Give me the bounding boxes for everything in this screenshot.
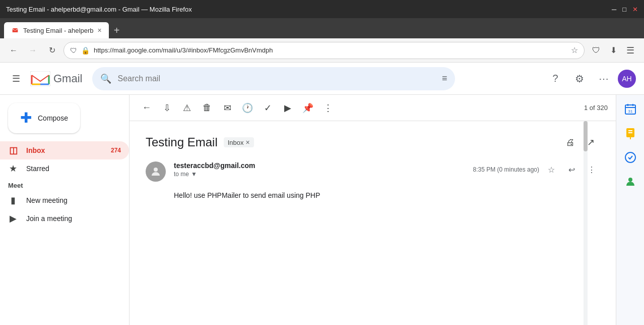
inbox-label: Inbox <box>26 146 45 154</box>
svg-point-2 <box>154 168 158 172</box>
compose-label: Compose <box>38 114 68 122</box>
email-content: Testing Email Inbox × 🖨 ↗ <box>130 121 616 325</box>
downloads-btn[interactable]: ⬇ <box>606 43 621 58</box>
reply-btn[interactable]: ↩ <box>563 161 579 178</box>
move-to-btn[interactable]: ▶ <box>279 99 297 117</box>
join-meeting-label: Join a meeting <box>26 214 72 223</box>
email-subject-line: Testing Email Inbox × 🖨 ↗ <box>146 133 600 151</box>
expand-recipients-icon[interactable]: ▼ <box>191 171 197 178</box>
gmail-header: ☰ Gmail 🔍 ≡ ? ⚙ ⋯ AH <box>0 63 644 95</box>
lock-icon: 🔒 <box>81 46 90 55</box>
snooze-btn[interactable]: 🕐 <box>238 99 256 117</box>
gmail-logo: Gmail <box>30 71 82 86</box>
browser-titlebar: Testing Email - ahelperbd@gmail.com - Gm… <box>0 0 644 18</box>
email-count: 1 of 320 <box>584 104 608 112</box>
back-btn[interactable]: ← <box>6 43 21 58</box>
new-meeting-label: New meeting <box>26 196 68 204</box>
inbox-badge: 274 <box>111 147 121 154</box>
sidebar-item-join-meeting[interactable]: ▶ Join a meeting <box>0 209 129 228</box>
user-avatar[interactable]: AH <box>618 70 636 88</box>
gmail-m-logo <box>30 71 50 86</box>
calendar-app-btn[interactable]: 31 <box>620 99 640 119</box>
reload-btn[interactable]: ↻ <box>44 43 59 58</box>
sidebar-item-new-meeting[interactable]: ▮ New meeting <box>0 191 129 209</box>
url-text: https://mail.google.com/mail/u/3/#inbox/… <box>94 46 567 54</box>
help-btn[interactable]: ? <box>545 69 565 89</box>
apps-btn[interactable]: ⋯ <box>594 69 614 89</box>
email-time: 8:35 PM (0 minutes ago) <box>473 166 539 173</box>
meet-section: Meet <box>0 178 129 191</box>
gmail-tab-icon <box>11 26 19 34</box>
calendar-icon: 31 <box>624 103 636 115</box>
spam-btn[interactable]: ⚠ <box>178 99 196 117</box>
active-tab[interactable]: Testing Email - ahelperb × <box>4 22 109 38</box>
forward-btn[interactable]: → <box>25 43 40 58</box>
address-bar[interactable]: 🛡 🔒 https://mail.google.com/mail/u/3/#in… <box>63 42 585 59</box>
gmail-body: ✚ Compose ◫ Inbox 274 ★ Starred Meet ▮ N… <box>0 95 644 325</box>
scrollbar-thumb[interactable] <box>584 121 588 151</box>
delete-btn[interactable]: 🗑 <box>198 99 216 117</box>
person-icon <box>150 166 162 178</box>
inbox-tag-label: Inbox <box>228 139 244 146</box>
inbox-icon: ◫ <box>8 145 18 156</box>
sidebar-item-starred[interactable]: ★ Starred <box>0 159 129 178</box>
video-icon: ▮ <box>8 195 18 206</box>
keep-app-btn[interactable] <box>620 123 640 143</box>
archive-btn[interactable]: ⇩ <box>158 99 176 117</box>
maximize-btn[interactable]: □ <box>622 6 626 13</box>
done-btn[interactable]: ✓ <box>259 99 277 117</box>
contacts-icon <box>624 176 636 188</box>
sender-avatar <box>146 161 166 182</box>
star-email-btn[interactable]: ☆ <box>543 161 559 178</box>
gmail-brand-text: Gmail <box>53 72 82 85</box>
search-bar[interactable]: 🔍 ≡ <box>92 67 455 90</box>
svg-point-13 <box>628 178 632 182</box>
keyboard-icon: ▶ <box>8 213 18 224</box>
email-meta: testeraccbd@gmail.com to me ▼ 8:35 PM (0… <box>146 161 600 182</box>
inbox-tag-remove[interactable]: × <box>246 138 250 146</box>
label-btn[interactable]: 📌 <box>299 99 317 117</box>
compose-plus-icon: ✚ <box>20 111 32 125</box>
print-btn[interactable]: 🖨 <box>561 133 579 151</box>
to-label: to me <box>174 171 189 178</box>
menu-btn[interactable]: ☰ <box>623 43 638 58</box>
keep-icon <box>624 127 636 139</box>
email-toolbar: ← ⇩ ⚠ 🗑 ✉ 🕐 ✓ ▶ 📌 ⋮ 1 of 320 <box>130 95 616 121</box>
contacts-app-btn[interactable] <box>620 172 640 192</box>
search-input[interactable] <box>117 74 435 83</box>
sidebar-item-inbox[interactable]: ◫ Inbox 274 <box>0 141 129 159</box>
svg-text:31: 31 <box>628 109 632 114</box>
starred-icon: ★ <box>8 163 18 174</box>
more-actions-btn[interactable]: ⋮ <box>319 99 337 117</box>
header-actions: ? ⚙ ⋯ AH <box>545 69 636 89</box>
tasks-app-btn[interactable] <box>620 147 640 168</box>
browser-action-icons: 🛡 ⬇ ☰ <box>589 43 638 58</box>
hamburger-menu[interactable]: ☰ <box>8 69 24 88</box>
inbox-tag: Inbox × <box>224 137 254 147</box>
browser-nav: ← → ↻ 🛡 🔒 https://mail.google.com/mail/u… <box>0 38 644 63</box>
bookmark-icon[interactable]: ☆ <box>571 45 578 55</box>
compose-button[interactable]: ✚ Compose <box>8 103 80 133</box>
sender-info: testeraccbd@gmail.com to me ▼ <box>174 161 465 178</box>
gmail-app: ☰ Gmail 🔍 ≡ ? ⚙ ⋯ AH <box>0 63 644 325</box>
search-filter-icon[interactable]: ≡ <box>442 73 447 84</box>
pocket-btn[interactable]: 🛡 <box>589 43 604 58</box>
email-header-actions: 🖨 ↗ <box>561 133 600 151</box>
email-body: Hello! use PHPMailer to send email using… <box>174 190 600 201</box>
settings-btn[interactable]: ⚙ <box>569 69 590 89</box>
sidebar: ✚ Compose ◫ Inbox 274 ★ Starred Meet ▮ N… <box>0 95 129 325</box>
tab-title: Testing Email - ahelperb <box>23 27 93 34</box>
close-btn[interactable]: ✕ <box>632 6 638 13</box>
mark-unread-btn[interactable]: ✉ <box>218 99 236 117</box>
scrollbar-track[interactable] <box>584 121 588 325</box>
sender-name: testeraccbd@gmail.com <box>174 161 465 170</box>
minimize-btn[interactable]: ─ <box>612 6 616 13</box>
browser-tabs: Testing Email - ahelperb × + <box>0 18 644 38</box>
tab-close-btn[interactable]: × <box>97 26 101 34</box>
back-to-inbox-btn[interactable]: ← <box>138 99 156 117</box>
svg-point-12 <box>625 152 635 162</box>
new-tab-btn[interactable]: + <box>109 23 125 38</box>
search-icon: 🔍 <box>100 73 111 84</box>
email-area: ← ⇩ ⚠ 🗑 ✉ 🕐 ✓ ▶ 📌 ⋮ 1 of 320 Testing Ema… <box>129 95 616 325</box>
email-subject: Testing Email <box>146 135 218 149</box>
